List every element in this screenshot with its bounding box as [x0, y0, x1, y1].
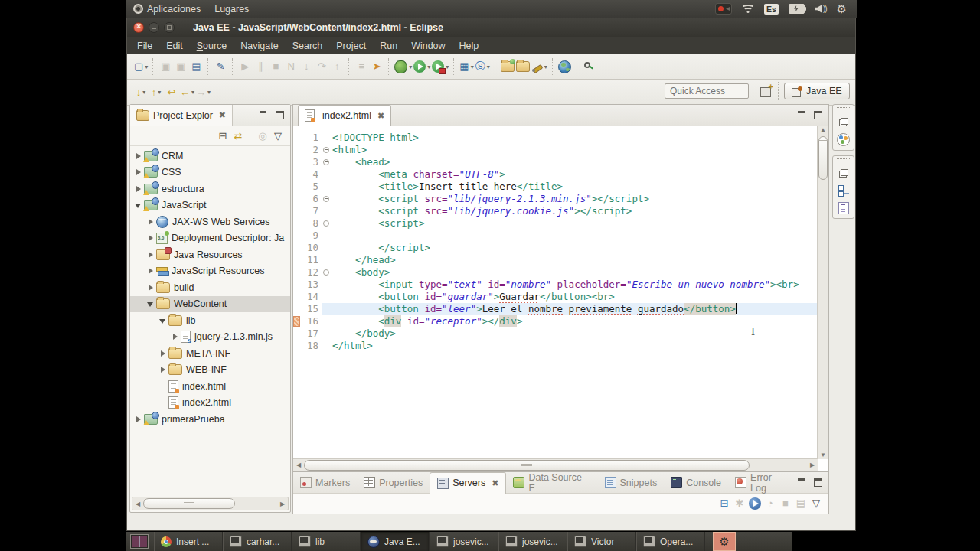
- scrollbar-thumb[interactable]: [304, 460, 750, 471]
- code-line-18[interactable]: 18</html>: [293, 340, 818, 352]
- collapse-all-icon[interactable]: ⊟: [717, 496, 731, 511]
- scroll-right-arrow[interactable]: ▶: [277, 500, 288, 507]
- perspective-java-ee-button[interactable]: Java EE: [784, 83, 850, 99]
- tree-item-index2-html[interactable]: index2.html: [130, 395, 290, 412]
- tree-item-primeraprueba[interactable]: primeraPrueba: [130, 411, 290, 428]
- taskbar-window-opera-[interactable]: Opera...: [636, 532, 705, 551]
- taskbar-window-josevic-[interactable]: josevic...: [498, 532, 567, 551]
- web-browser-icon[interactable]: [558, 59, 572, 74]
- next-annotation-icon[interactable]: ↓▾: [134, 85, 148, 100]
- settings-gear-icon[interactable]: ⚙: [837, 3, 847, 15]
- tab-close-icon[interactable]: ✖: [492, 478, 498, 488]
- code-line-13[interactable]: 13 <input type="text" id="nombre" placeh…: [293, 279, 818, 291]
- collapsed-arrow-icon[interactable]: [135, 185, 142, 193]
- menu-help[interactable]: Help: [452, 38, 486, 54]
- expanded-arrow-icon[interactable]: [159, 317, 167, 324]
- applications-menu[interactable]: Aplicaciones: [126, 0, 207, 18]
- code-line-8[interactable]: 8 <script>: [293, 217, 818, 230]
- new-icon[interactable]: ▢▾: [134, 59, 148, 74]
- project-explorer-close-icon[interactable]: ✖: [219, 110, 226, 120]
- taskbar-window-insert-[interactable]: Insert ...: [154, 532, 223, 551]
- restore-view-icon[interactable]: [839, 169, 848, 178]
- fold-collapse-icon[interactable]: [322, 217, 332, 230]
- screen-recorder-icon[interactable]: [715, 3, 732, 15]
- editor-tab-index2-html[interactable]: index2.html ✖: [298, 105, 391, 126]
- scroll-left-arrow[interactable]: ◀: [293, 461, 304, 468]
- window-minimize-button[interactable]: [149, 22, 159, 33]
- taskbar-gear-notification[interactable]: ⚙: [713, 532, 736, 551]
- tree-item-build[interactable]: build: [130, 279, 290, 296]
- build-brush-dropdown-icon[interactable]: ▾: [544, 64, 547, 70]
- build-brush-icon[interactable]: ▾: [531, 59, 547, 74]
- scroll-up-arrow[interactable]: ▲: [818, 126, 828, 133]
- tree-item-estructura[interactable]: estructura: [130, 181, 290, 197]
- menu-navigate[interactable]: Navigate: [234, 38, 285, 54]
- scrollbar-thumb[interactable]: [143, 498, 235, 509]
- tree-item-deployment-descriptor-ja[interactable]: Deployment Descriptor: Ja: [130, 230, 290, 247]
- outline-view-icon[interactable]: [838, 184, 849, 195]
- forward-dropdown-icon[interactable]: ▾: [207, 89, 211, 96]
- places-menu[interactable]: Lugares: [207, 0, 256, 18]
- tree-item-web-inf[interactable]: WEB-INF: [130, 362, 290, 379]
- menu-project[interactable]: Project: [329, 38, 373, 54]
- fold-collapse-icon[interactable]: [322, 193, 332, 205]
- collapse-all-icon[interactable]: ⊟: [216, 129, 230, 144]
- quick-access-input[interactable]: [665, 83, 749, 99]
- collapsed-arrow-icon[interactable]: [147, 251, 155, 259]
- new-web-wizard-dropdown-icon[interactable]: ▾: [471, 64, 474, 70]
- collapsed-arrow-icon[interactable]: [147, 234, 155, 242]
- menu-search[interactable]: Search: [286, 38, 330, 54]
- collapsed-arrow-icon[interactable]: [159, 350, 167, 357]
- tab-console[interactable]: Console: [664, 472, 728, 493]
- code-line-16[interactable]: 16 <div id="receptor"></div>: [293, 315, 818, 328]
- export-icon[interactable]: [516, 59, 530, 74]
- new-server-icon[interactable]: Ⓢ▾: [475, 59, 490, 74]
- code-line-7[interactable]: 7 <script src="lib/jquery.cookie.js"></s…: [293, 205, 818, 217]
- collapsed-arrow-icon[interactable]: [147, 267, 155, 275]
- new-web-wizard-icon[interactable]: ▦▾: [459, 59, 473, 74]
- window-maximize-button[interactable]: [164, 22, 175, 33]
- menu-edit[interactable]: Edit: [159, 38, 190, 54]
- workspace-switcher-icon[interactable]: [131, 535, 148, 548]
- tree-item-jquery-2-1-3-min-js[interactable]: jquery-2.1.3.min.js: [130, 329, 290, 346]
- new-server-dropdown-icon[interactable]: ▾: [487, 64, 490, 70]
- wifi-icon[interactable]: [742, 5, 754, 14]
- collapsed-arrow-icon[interactable]: [135, 416, 142, 423]
- fold-collapse-icon[interactable]: [322, 156, 332, 168]
- debug-dropdown-icon[interactable]: ▾: [409, 64, 412, 70]
- keyboard-layout-indicator[interactable]: Es: [764, 4, 779, 15]
- code-line-1[interactable]: 1<!DOCTYPE html>: [293, 132, 818, 144]
- taskbar-window-lib[interactable]: lib: [292, 532, 361, 551]
- expanded-arrow-icon[interactable]: [135, 201, 142, 209]
- open-perspective-icon[interactable]: [760, 84, 773, 98]
- editor-tab-close-icon[interactable]: ✖: [377, 111, 384, 121]
- view-menu-icon[interactable]: ▽: [271, 129, 285, 144]
- window-close-button[interactable]: [133, 22, 144, 33]
- restore-view-icon[interactable]: [839, 118, 848, 126]
- tab-data-source-e[interactable]: Data Source E: [506, 472, 597, 493]
- tree-item-meta-inf[interactable]: META-INF: [130, 345, 290, 362]
- stack-grip[interactable]: [837, 158, 850, 162]
- start-server-icon[interactable]: [748, 496, 762, 511]
- code-line-4[interactable]: 4 <meta charset="UTF-8">: [293, 168, 818, 181]
- code-line-2[interactable]: 2<html>: [293, 144, 818, 156]
- battery-icon[interactable]: [789, 4, 805, 14]
- code-line-3[interactable]: 3 <head>: [293, 156, 818, 168]
- collapsed-arrow-icon[interactable]: [135, 168, 142, 176]
- scrollbar-thumb[interactable]: [818, 136, 828, 180]
- last-edit-location-icon[interactable]: ↩: [165, 85, 178, 100]
- explorer-horizontal-scrollbar[interactable]: ◀ ▶: [132, 497, 289, 510]
- run-dropdown-icon[interactable]: ▾: [427, 64, 430, 70]
- back-dropdown-icon[interactable]: ▾: [191, 89, 194, 96]
- explorer-maximize-icon[interactable]: [276, 111, 284, 119]
- back-icon[interactable]: ←▾: [180, 85, 194, 100]
- code-line-9[interactable]: 9: [293, 230, 818, 242]
- code-line-17[interactable]: 17 </body>: [293, 328, 818, 340]
- menu-run[interactable]: Run: [373, 38, 404, 54]
- tree-item-javascript-resources[interactable]: JavaScript Resources: [130, 263, 290, 280]
- taskbar-window-victor[interactable]: Victor: [567, 532, 636, 551]
- tab-servers[interactable]: Servers✖: [430, 472, 506, 494]
- scroll-left-arrow[interactable]: ◀: [132, 500, 143, 507]
- taskbar-window-carhar-[interactable]: carhar...: [223, 532, 292, 551]
- link-with-editor-icon[interactable]: ⇄: [231, 129, 245, 144]
